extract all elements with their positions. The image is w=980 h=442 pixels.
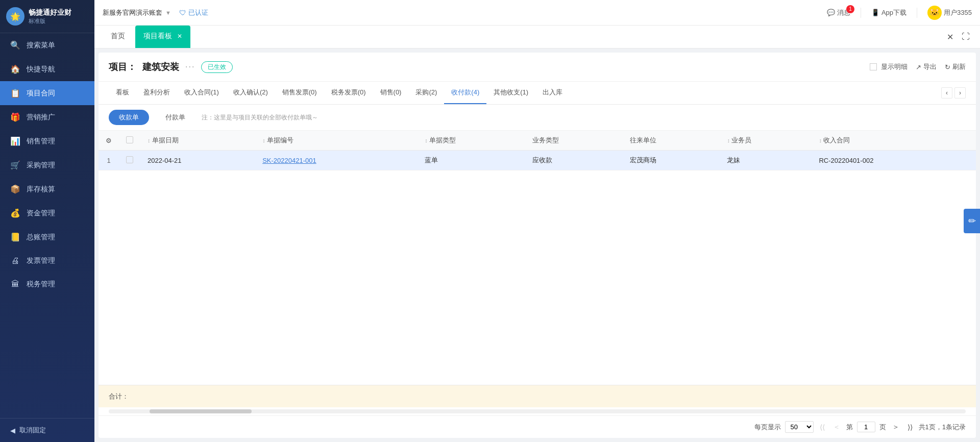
header-divider-2	[917, 8, 917, 18]
unpin-label: 取消固定	[19, 426, 46, 435]
refresh-button[interactable]: ↻ 刷新	[945, 62, 966, 71]
page-prefix: 第	[846, 423, 853, 432]
subtab-income-contract[interactable]: 收入合同(1)	[177, 82, 226, 104]
td-income-contract: RC-20220401-002	[812, 151, 976, 170]
edit-icon: ✏	[968, 215, 976, 227]
gift-icon: 🎁	[10, 112, 20, 122]
sidebar-logo: 🌟 畅捷通好业财 标准版	[0, 0, 94, 33]
subtab-next-button[interactable]: ›	[954, 87, 966, 99]
sidebar-item-marketing[interactable]: 🎁 营销推广	[0, 105, 94, 129]
subtab-income-confirm[interactable]: 收入确认(2)	[226, 82, 275, 104]
last-page-button[interactable]: ⟩⟩	[905, 422, 915, 432]
certified-label: 已认证	[188, 8, 208, 17]
project-menu-dots[interactable]: ···	[185, 62, 195, 71]
subtab-sales-invoice[interactable]: 销售发票(0)	[275, 82, 324, 104]
app-download-button[interactable]: 📱 App下载	[871, 8, 906, 17]
subtab-kanban[interactable]: 看板	[109, 82, 136, 104]
scrollbar-thumb[interactable]	[150, 409, 252, 413]
tab-close-button[interactable]: ✕	[945, 30, 955, 44]
sidebar-unpin-button[interactable]: ◀ 取消固定	[0, 418, 94, 442]
sidebar-item-ledger[interactable]: 📒 总账管理	[0, 225, 94, 249]
sidebar-item-purchase-label: 采购管理	[27, 161, 55, 170]
right-float-button[interactable]: ✏	[964, 209, 980, 233]
receipt-note: 注：这里是与项目关联的全部收付款单哦～	[202, 113, 318, 122]
th-income-contract[interactable]: 收入合同	[812, 131, 976, 151]
subtab-tax-invoice[interactable]: 税务发票(0)	[324, 82, 373, 104]
status-badge: 已生效	[201, 61, 233, 73]
export-button[interactable]: ↗ 导出	[916, 62, 937, 71]
account-selector[interactable]: 新服务官网演示账套 ▼	[103, 8, 171, 17]
subtab-receipt[interactable]: 收付款(4)	[444, 82, 486, 104]
page-number-input[interactable]	[857, 422, 875, 432]
td-checkbox[interactable]	[119, 151, 140, 170]
record-number-link[interactable]: SK-20220421-001	[262, 157, 316, 164]
th-type[interactable]: 单据类型	[418, 131, 525, 151]
th-date[interactable]: 单据日期	[140, 131, 255, 151]
subtab-purchase[interactable]: 采购(2)	[408, 82, 444, 104]
th-checkbox[interactable]	[119, 131, 140, 151]
show-detail-checkbox[interactable]	[870, 63, 877, 70]
prev-page-button[interactable]: ＜	[831, 422, 842, 433]
main-content: 新服务官网演示账套 ▼ 🛡 已认证 💬 消息 1 📱 App下载 🐱 用户335…	[94, 0, 980, 442]
payment-tab-button[interactable]: 付款单	[155, 110, 195, 125]
bank-icon: 🏛	[10, 280, 20, 289]
export-icon: ↗	[916, 63, 921, 71]
sidebar-item-tax-label: 税务管理	[27, 280, 55, 289]
next-page-button[interactable]: ＞	[890, 422, 901, 433]
scrollbar-row	[99, 407, 976, 415]
search-icon: 🔍	[10, 40, 20, 50]
project-title: 建筑安装	[142, 61, 179, 73]
ledger-icon: 📒	[10, 232, 20, 242]
message-icon: 💬	[827, 9, 835, 16]
message-button[interactable]: 💬 消息 1	[827, 8, 850, 17]
tab-maximize-button[interactable]: ⛶	[960, 30, 972, 44]
tab-project-board[interactable]: 项目看板 ✕	[135, 26, 190, 48]
sidebar-item-inventory[interactable]: 📦 库存核算	[0, 177, 94, 201]
horizontal-scrollbar[interactable]	[109, 409, 966, 413]
logo-title: 畅捷通好业财	[29, 8, 71, 17]
tab-home-label: 首页	[111, 32, 125, 40]
table-header-row: ⚙ 单据日期 单据编号 单据类型 业务类型 往来单位 业务员 收入合同	[99, 131, 976, 151]
unpin-icon: ◀	[10, 427, 15, 434]
refresh-label: 刷新	[952, 62, 966, 71]
sidebar-item-ledger-label: 总账管理	[27, 233, 55, 242]
sidebar-item-tax[interactable]: 🏛 税务管理	[0, 273, 94, 296]
th-gear[interactable]: ⚙	[99, 131, 119, 151]
sidebar-item-funds[interactable]: 💰 资金管理	[0, 201, 94, 225]
project-header: 项目： 建筑安装 ··· 已生效 显示明细 ↗ 导出 ↻ 刷新	[99, 53, 976, 82]
receive-tab-button[interactable]: 收款单	[109, 110, 149, 125]
tab-close-icon[interactable]: ✕	[177, 33, 182, 40]
sidebar-item-invoice-label: 发票管理	[27, 256, 55, 265]
sidebar-item-quicknav[interactable]: 🏠 快捷导航	[0, 57, 94, 81]
content-area: 项目： 建筑安装 ··· 已生效 显示明细 ↗ 导出 ↻ 刷新	[99, 53, 976, 438]
th-number[interactable]: 单据编号	[255, 131, 418, 151]
sidebar-item-purchase[interactable]: 🛒 采购管理	[0, 153, 94, 177]
th-salesperson[interactable]: 业务员	[720, 131, 812, 151]
account-dropdown-arrow: ▼	[165, 10, 171, 16]
tab-home[interactable]: 首页	[103, 26, 133, 48]
sidebar-item-contract[interactable]: 📋 项目合同	[0, 81, 94, 105]
td-number[interactable]: SK-20220421-001	[255, 151, 418, 170]
subtab-sales[interactable]: 销售(0)	[373, 82, 409, 104]
sidebar-item-sales[interactable]: 📊 销售管理	[0, 129, 94, 153]
total-info: 共1页，1条记录	[919, 423, 966, 432]
show-detail-toggle[interactable]: 显示明细	[870, 62, 908, 71]
subtab-profit[interactable]: 盈利分析	[136, 82, 177, 104]
subtab-prev-button[interactable]: ‹	[941, 87, 952, 99]
cart-icon: 🛒	[10, 160, 20, 170]
td-salesperson: 龙妹	[720, 151, 812, 170]
sub-tabs: 看板 盈利分析 收入合同(1) 收入确认(2) 销售发票(0) 税务发票(0) …	[99, 82, 976, 105]
phone-icon: 📱	[871, 9, 879, 16]
row-checkbox[interactable]	[126, 156, 133, 163]
first-page-button[interactable]: ⟨⟨	[818, 422, 827, 432]
app-label: App下载	[881, 8, 906, 17]
header-right: 💬 消息 1 📱 App下载 🐱 用户3355	[827, 6, 972, 20]
sidebar-item-marketing-label: 营销推广	[27, 113, 55, 122]
subtab-warehouse[interactable]: 出入库	[535, 82, 570, 104]
page-size-select[interactable]: 50 20 100	[785, 421, 814, 433]
sidebar-item-search[interactable]: 🔍 搜索菜单	[0, 33, 94, 57]
sidebar-item-invoice[interactable]: 🖨 发票管理	[0, 249, 94, 273]
subtab-other[interactable]: 其他收支(1)	[486, 82, 535, 104]
select-all-checkbox[interactable]	[126, 136, 133, 143]
user-menu[interactable]: 🐱 用户3355	[927, 6, 972, 20]
